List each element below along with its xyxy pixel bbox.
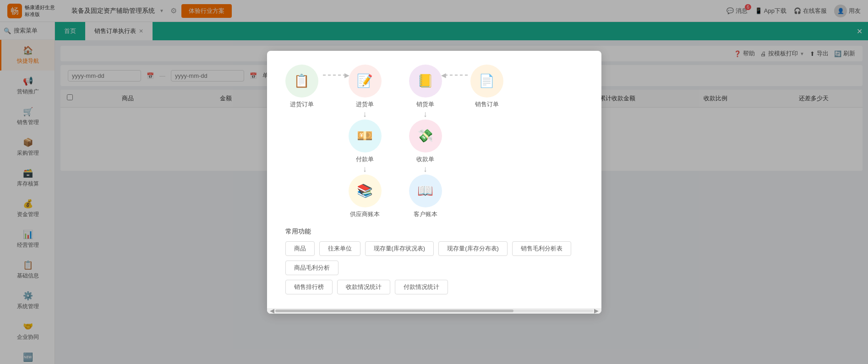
flow-node-supplier-ledger[interactable]: 📚 供应商账本 bbox=[349, 174, 382, 218]
func-btn-inventory-dist[interactable]: 现存量(库存分布表) bbox=[438, 241, 508, 256]
scrollbar-track bbox=[275, 310, 593, 312]
arrow-1: ▶ bbox=[318, 65, 349, 76]
flow-node-purchase-bill[interactable]: 📝 进货单 bbox=[349, 65, 382, 109]
payment-label: 付款单 bbox=[356, 155, 374, 163]
sale-bill-label: 销货单 bbox=[416, 100, 434, 109]
flow-diagram: 📋 进货订单 ▶ 📝 进货单 bbox=[285, 65, 583, 218]
func-buttons-row-2: 销售排行榜 收款情况统计 付款情况统计 bbox=[285, 280, 583, 294]
func-btn-sales-margin[interactable]: 销售毛利分析表 bbox=[512, 241, 571, 256]
sale-bill-icon: 📒 bbox=[409, 65, 442, 98]
scrollbar-left-arrow[interactable]: ◀ bbox=[269, 307, 275, 314]
purchase-bill-icon: 📝 bbox=[349, 65, 382, 98]
purchase-order-label: 进货订单 bbox=[290, 100, 314, 109]
receipt-icon: 💸 bbox=[409, 120, 442, 152]
arrow-down-3: ↓ bbox=[423, 109, 427, 120]
flow-col-0: 📋 进货订单 bbox=[285, 65, 318, 109]
func-btn-goods-margin[interactable]: 商品毛利分析 bbox=[285, 261, 338, 275]
sale-order-icon: 📄 bbox=[470, 65, 503, 98]
arrow-down-2: ↓ bbox=[363, 163, 367, 174]
flow-node-purchase-order[interactable]: 📋 进货订单 bbox=[285, 65, 318, 109]
arrow-2: ◀ bbox=[442, 65, 470, 76]
modal-content: 📋 进货订单 ▶ 📝 进货单 bbox=[267, 51, 601, 308]
func-btn-inventory-status[interactable]: 现存量(库存状况表) bbox=[365, 241, 434, 256]
func-btn-payment-stats[interactable]: 付款情况统计 bbox=[395, 280, 448, 294]
common-functions: 常用功能 商品 往来单位 现存量(库存状况表) 现存量(库存分布表) 销售毛利分… bbox=[285, 228, 583, 294]
func-btn-goods[interactable]: 商品 bbox=[285, 241, 315, 256]
func-btn-sales-rank[interactable]: 销售排行榜 bbox=[285, 280, 333, 294]
customer-ledger-icon: 📖 bbox=[409, 174, 442, 207]
flow-node-sale-bill[interactable]: 📒 销货单 bbox=[409, 65, 442, 109]
payment-icon: 💴 bbox=[349, 120, 382, 152]
flow-node-sale-order[interactable]: 📄 销售订单 bbox=[470, 65, 503, 109]
flow-node-payment[interactable]: 💴 付款单 bbox=[349, 120, 382, 163]
flow-modal: 📋 进货订单 ▶ 📝 进货单 bbox=[267, 51, 601, 314]
supplier-ledger-label: 供应商账本 bbox=[350, 210, 380, 218]
customer-ledger-label: 客户账本 bbox=[414, 210, 437, 218]
receipt-label: 收款单 bbox=[416, 155, 434, 163]
modal-overlay[interactable]: 📋 进货订单 ▶ 📝 进货单 bbox=[0, 0, 868, 364]
supplier-ledger-icon: 📚 bbox=[349, 174, 382, 207]
flow-node-receipt[interactable]: 💸 收款单 bbox=[409, 120, 442, 163]
flow-col-2: 📒 销货单 ↓ 💸 收款单 ↓ 📖 客户账本 bbox=[409, 65, 442, 218]
func-btn-partners[interactable]: 往来单位 bbox=[319, 241, 360, 256]
scrollbar-right-arrow[interactable]: ▶ bbox=[593, 307, 600, 314]
func-buttons-row-1: 商品 往来单位 现存量(库存状况表) 现存量(库存分布表) 销售毛利分析表 商品… bbox=[285, 241, 583, 275]
purchase-order-icon: 📋 bbox=[285, 65, 318, 98]
flow-node-customer-ledger[interactable]: 📖 客户账本 bbox=[409, 174, 442, 218]
purchase-bill-label: 进货单 bbox=[356, 100, 374, 109]
flow-col-1: 📝 进货单 ↓ 💴 付款单 ↓ 📚 供应商账本 bbox=[349, 65, 382, 218]
common-functions-title: 常用功能 bbox=[285, 228, 583, 236]
arrow-down-4: ↓ bbox=[423, 163, 427, 174]
flow-col-3: 📄 销售订单 bbox=[470, 65, 503, 109]
app-wrapper: 畅 畅康通好生意 标准版 装备及固定资产辅助管理系统 ▼ ⚙ 体验行业方案 💬 … bbox=[0, 0, 868, 364]
scrollbar-thumb[interactable] bbox=[275, 310, 514, 312]
func-btn-receipt-stats[interactable]: 收款情况统计 bbox=[337, 280, 390, 294]
arrow-down-1: ↓ bbox=[363, 109, 367, 120]
modal-scrollbar[interactable]: ◀ ▶ bbox=[267, 308, 601, 314]
sale-order-label: 销售订单 bbox=[475, 100, 499, 109]
